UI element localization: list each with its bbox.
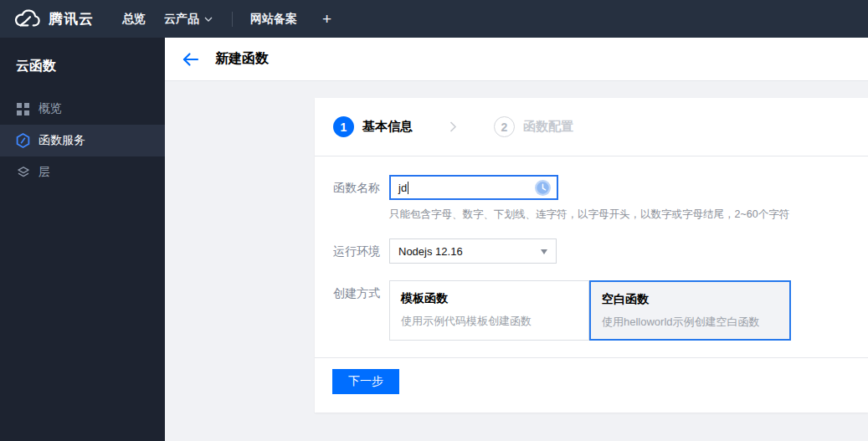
- sidebar: 云函数 概览 函数服务 层: [0, 38, 165, 441]
- function-name-help: 只能包含字母、数字、下划线、连字符，以字母开头，以数字或字母结尾，2~60个字符: [389, 208, 789, 222]
- sidebar-title: 云函数: [0, 38, 165, 93]
- clock-icon: [534, 179, 552, 199]
- option-desc: 使用helloworld示例创建空白函数: [602, 315, 789, 330]
- create-function-card: 1 基本信息 2 函数配置 函数名称 jd: [315, 98, 868, 413]
- topnav-overview[interactable]: 总览: [122, 12, 146, 27]
- option-card-template-function[interactable]: 模板函数 使用示例代码模板创建函数: [389, 280, 589, 341]
- sidebar-item-label: 函数服务: [39, 133, 85, 148]
- step-1-circle: 1: [333, 116, 354, 137]
- tencent-cloud-logo-icon[interactable]: [13, 9, 41, 29]
- runtime-row: 运行环境 Nodejs 12.16: [333, 238, 868, 264]
- card-footer: 下一步: [315, 357, 868, 394]
- creation-method-options: 模板函数 使用示例代码模板创建函数 空白函数 使用helloworld示例创建空…: [389, 280, 791, 341]
- page-title: 新建函数: [215, 50, 269, 68]
- grid-icon: [16, 103, 30, 115]
- function-name-label: 函数名称: [333, 175, 389, 222]
- sidebar-item-label: 概览: [39, 101, 62, 116]
- runtime-value: Nodejs 12.16: [398, 245, 463, 258]
- option-card-blank-function[interactable]: 空白函数 使用helloworld示例创建空白函数: [589, 280, 791, 341]
- page-header: 新建函数: [165, 38, 868, 81]
- step-2-circle: 2: [494, 116, 515, 137]
- main-area: 新建函数 1 基本信息 2 函数配置 函数名称 jd: [165, 38, 868, 441]
- option-desc: 使用示例代码模板创建函数: [401, 314, 588, 329]
- next-step-button[interactable]: 下一步: [332, 369, 399, 394]
- sidebar-item-label: 层: [39, 165, 50, 180]
- topnav-icp-tab[interactable]: 网站备案: [250, 12, 297, 27]
- topnav-cloud-products[interactable]: 云产品: [164, 12, 213, 27]
- function-name-field: jd 只能包含字母、数字、下划线、连字符，以字母开头，以数字或字母结尾，2~60…: [389, 175, 789, 222]
- basic-info-form: 函数名称 jd 只能包含字母、数字、下划线、连字符，以: [315, 156, 868, 341]
- layers-icon: [16, 166, 30, 179]
- function-name-value: jd: [398, 182, 407, 194]
- sidebar-item-function-service[interactable]: 函数服务: [0, 125, 165, 156]
- option-title: 模板函数: [401, 291, 588, 306]
- option-title: 空白函数: [602, 292, 789, 307]
- function-name-row: 函数名称 jd 只能包含字母、数字、下划线、连字符，以: [333, 175, 868, 222]
- runtime-select[interactable]: Nodejs 12.16: [389, 238, 557, 264]
- sidebar-item-layers[interactable]: 层: [0, 156, 165, 188]
- brand-name[interactable]: 腾讯云: [49, 9, 94, 28]
- back-arrow-icon: [181, 52, 199, 67]
- select-caret-icon: [541, 249, 547, 254]
- step-1-label: 基本信息: [362, 119, 413, 135]
- creation-method-row: 创建方式 模板函数 使用示例代码模板创建函数 空白函数 使用helloworld…: [333, 280, 868, 341]
- sidebar-item-overview[interactable]: 概览: [0, 93, 165, 125]
- topnav-overview-label: 总览: [122, 12, 146, 27]
- step-2-label: 函数配置: [523, 119, 573, 135]
- runtime-label: 运行环境: [333, 238, 389, 264]
- text-cursor: [408, 182, 408, 194]
- topnav-cloud-products-label: 云产品: [164, 12, 199, 27]
- function-shield-icon: [16, 133, 30, 148]
- function-name-input[interactable]: jd: [389, 175, 558, 200]
- step-chevron-icon: [449, 121, 457, 132]
- topnav-divider: [232, 12, 233, 27]
- topnav-icp-label: 网站备案: [250, 12, 297, 27]
- add-tab-button[interactable]: +: [322, 10, 331, 28]
- creation-method-label: 创建方式: [333, 280, 389, 341]
- topbar: 腾讯云 总览 云产品 网站备案 +: [0, 0, 868, 38]
- step-indicator: 1 基本信息 2 函数配置: [315, 98, 868, 156]
- chevron-down-icon: [204, 17, 213, 22]
- back-button[interactable]: [181, 49, 203, 70]
